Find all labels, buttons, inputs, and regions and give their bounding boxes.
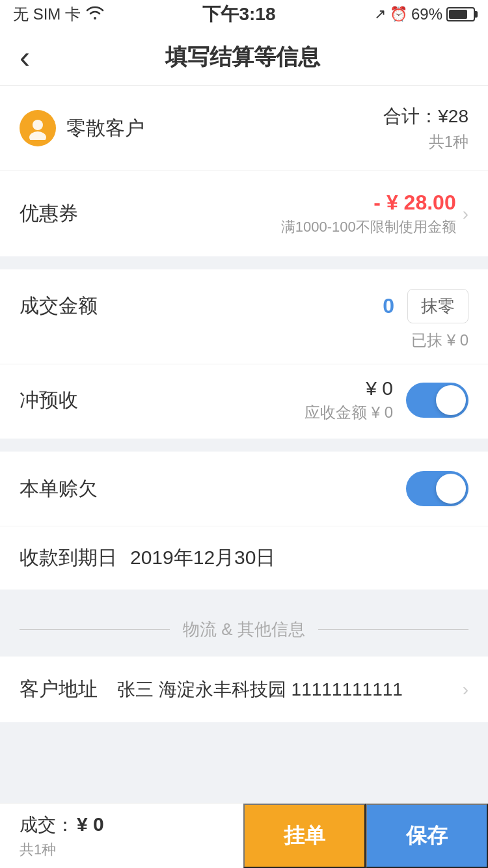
- page-title: 填写结算等信息: [43, 42, 442, 72]
- prepaid-label: 冲预收: [20, 387, 78, 414]
- deal-amount: 0: [383, 294, 394, 318]
- toggle-knob: [436, 385, 466, 415]
- bottom-bar: 成交： ¥ 0 共1种 挂单 保存: [0, 803, 488, 868]
- bottom-spacer: [0, 735, 488, 813]
- deal-sub: 已抹 ¥ 0: [0, 330, 488, 364]
- coupon-value: - ¥ 28.00: [281, 191, 456, 215]
- battery-icon: [446, 7, 475, 21]
- customer-left: 零散客户: [20, 110, 144, 146]
- logistics-label: 物流 & 其他信息: [183, 618, 305, 641]
- prepaid-amount-col: ¥ 0 应收金额 ¥ 0: [305, 377, 393, 423]
- coupon-label: 优惠券: [20, 200, 78, 227]
- prepaid-toggle[interactable]: [406, 383, 468, 418]
- due-row: 收款到期日 2019年12月30日: [0, 526, 488, 590]
- customer-section: 零散客户 合计：¥28 共1种 优惠券 - ¥ 28.00 满1000-100不…: [0, 86, 488, 256]
- customer-right: 合计：¥28 共1种: [383, 104, 468, 152]
- avatar: [20, 110, 56, 146]
- status-time: 下午3:18: [202, 2, 275, 27]
- deal-row: 成交金额 0 抹零: [0, 269, 488, 330]
- debt-section: 本单赊欠 收款到期日 2019年12月30日: [0, 452, 488, 590]
- bottom-deal-row: 成交： ¥ 0: [20, 813, 224, 837]
- status-right: ↗ ⏰ 69%: [374, 5, 475, 23]
- deal-right: 0 抹零: [383, 289, 468, 323]
- alarm-icon: ⏰: [390, 6, 407, 23]
- rounding-button[interactable]: 抹零: [407, 289, 468, 323]
- status-left: 无 SIM 卡: [13, 4, 104, 25]
- debt-row: 本单赊欠: [0, 452, 488, 526]
- prepaid-row: 冲预收 ¥ 0 应收金额 ¥ 0: [0, 364, 488, 439]
- save-button[interactable]: 保存: [366, 804, 488, 868]
- bottom-deal-label: 成交：: [20, 813, 74, 837]
- prepaid-right: ¥ 0 应收金额 ¥ 0: [305, 377, 468, 423]
- coupon-row[interactable]: 优惠券 - ¥ 28.00 满1000-100不限制使用金额 ›: [0, 170, 488, 256]
- coupon-right-col: - ¥ 28.00 满1000-100不限制使用金额: [281, 191, 456, 237]
- prepaid-sub: 应收金额 ¥ 0: [305, 402, 393, 423]
- chevron-right-icon: ›: [463, 204, 468, 224]
- bottom-deal-amount: ¥ 0: [77, 813, 104, 835]
- nav-bar: ‹ 填写结算等信息: [0, 29, 488, 86]
- coupon-desc: 满1000-100不限制使用金额: [281, 217, 456, 237]
- carrier-text: 无 SIM 卡: [13, 4, 81, 25]
- battery-text: 69%: [411, 5, 442, 23]
- prepaid-amount: ¥ 0: [305, 377, 393, 400]
- divider-left: [20, 629, 170, 630]
- due-label: 收款到期日: [20, 545, 117, 571]
- logistics-header: 物流 & 其他信息: [0, 603, 488, 657]
- bottom-info: 成交： ¥ 0 共1种: [0, 804, 243, 868]
- pending-button[interactable]: 挂单: [243, 804, 366, 868]
- due-date: 2019年12月30日: [130, 545, 275, 571]
- svg-point-1: [29, 131, 46, 140]
- wifi-icon: [86, 5, 104, 23]
- customer-total: 合计：¥28: [383, 104, 468, 129]
- debt-toggle-knob: [436, 474, 466, 504]
- address-row[interactable]: 客户地址 张三 海淀永丰科技园 11111111111 ›: [0, 657, 488, 722]
- debt-label: 本单赊欠: [20, 476, 98, 502]
- location-icon: ↗: [374, 6, 386, 23]
- customer-row: 零散客户 合计：¥28 共1种: [0, 86, 488, 170]
- status-bar: 无 SIM 卡 下午3:18 ↗ ⏰ 69%: [0, 0, 488, 29]
- customer-name: 零散客户: [66, 115, 144, 142]
- customer-count: 共1种: [383, 131, 468, 152]
- divider-right: [318, 629, 468, 630]
- debt-toggle[interactable]: [406, 471, 468, 506]
- svg-point-0: [33, 120, 43, 130]
- bottom-count: 共1种: [20, 840, 224, 860]
- back-button[interactable]: ‹: [20, 33, 43, 81]
- chevron-address-icon: ›: [463, 679, 468, 700]
- deal-section: 成交金额 0 抹零 已抹 ¥ 0 冲预收 ¥ 0 应收金额 ¥ 0: [0, 269, 488, 439]
- deal-label: 成交金额: [20, 293, 98, 319]
- address-label: 客户地址: [20, 676, 98, 703]
- coupon-right: - ¥ 28.00 满1000-100不限制使用金额 ›: [281, 191, 468, 237]
- address-value: 张三 海淀永丰科技园 11111111111: [117, 677, 463, 702]
